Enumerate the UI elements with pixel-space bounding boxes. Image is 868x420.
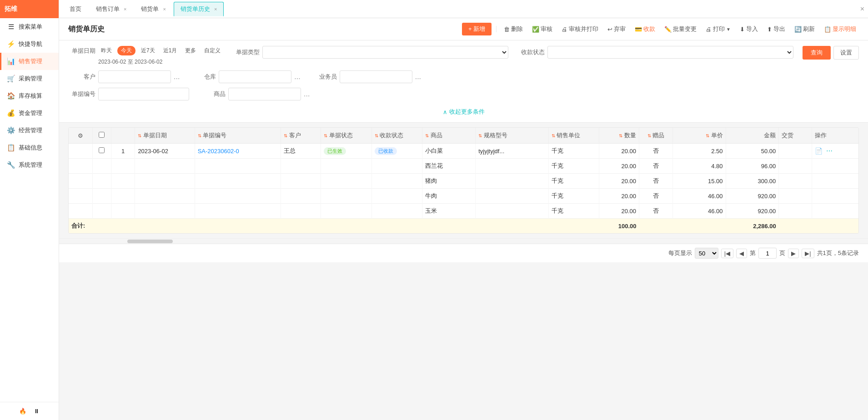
batch-change-button[interactable]: ✏️ 批量变更	[662, 24, 699, 35]
staff-dots[interactable]: ...	[415, 73, 421, 81]
sort-customer-icon: ⇅	[284, 133, 287, 138]
row-checkbox-cell[interactable]	[93, 144, 111, 159]
date-btn-custom[interactable]: 自定义	[201, 46, 223, 55]
col-qty-header[interactable]: ⇅ 数量	[599, 128, 639, 144]
sidebar-item-search[interactable]: ☰ 搜索菜单	[0, 18, 59, 35]
date-btn-today[interactable]: 今天	[117, 46, 135, 55]
filter-row-2: 客户 ... 仓库 ... 业务员 ...	[68, 70, 859, 83]
sidebar-item-inventory[interactable]: 🏠 库存核算	[0, 87, 59, 105]
col-date-header[interactable]: ⇅ 单据日期	[135, 128, 195, 144]
warehouse-dots[interactable]: ...	[294, 73, 300, 81]
warehouse-input[interactable]	[219, 70, 291, 83]
col-gift-header[interactable]: ⇅ 赠品	[639, 128, 673, 144]
tab-sales-history[interactable]: 销货单历史 ×	[174, 2, 224, 16]
fire-icon[interactable]: 🔥	[19, 408, 26, 415]
doc-no-label: 单据编号	[68, 90, 95, 98]
pay-status-select[interactable]	[547, 46, 793, 59]
tab-sales-order[interactable]: 销售订单 ×	[89, 2, 133, 16]
sidebar-item-basic-info[interactable]: 📋 基础信息	[0, 139, 59, 156]
col-spec-header[interactable]: ⇅ 规格型号	[476, 128, 548, 144]
ops-icon: ⚙️	[7, 126, 15, 135]
col-num-header	[111, 128, 135, 144]
customer-input[interactable]	[98, 70, 171, 83]
staff-input[interactable]	[340, 70, 412, 83]
tab-home[interactable]: 首页	[63, 2, 88, 16]
sidebar-bottom: 🔥 ⏸	[0, 402, 59, 420]
col-unit-header[interactable]: ⇅ 销售单位	[548, 128, 599, 144]
goods-input[interactable]	[228, 88, 301, 100]
tab-sales-goods[interactable]: 销货单 ×	[134, 2, 172, 16]
doc-type-label: 单据类型	[232, 48, 260, 56]
col-checkbox-header[interactable]	[93, 128, 111, 144]
per-page-select[interactable]: 50 100 200	[695, 248, 718, 259]
show-detail-button[interactable]: 📋 显示明细	[821, 24, 859, 35]
row-docno[interactable]	[195, 189, 281, 204]
select-all-checkbox[interactable]	[99, 132, 105, 138]
col-price-header[interactable]: ⇅ 单价	[672, 128, 726, 144]
first-page-btn[interactable]: |◀	[721, 249, 733, 258]
row-docstatus	[321, 204, 371, 219]
col-goods-header[interactable]: ⇅ 商品	[422, 128, 476, 144]
row-more-icon[interactable]: ⋯	[826, 147, 833, 155]
delete-button[interactable]: 🗑 删除	[501, 24, 526, 35]
row-docno[interactable]	[195, 159, 281, 174]
row-docno[interactable]	[195, 204, 281, 219]
col-op-header: 操作	[812, 128, 858, 144]
next-page-btn[interactable]: ▶	[788, 249, 799, 258]
new-button[interactable]: + 新增	[462, 23, 492, 35]
doc-type-select[interactable]	[262, 46, 508, 59]
tab-sales-goods-close[interactable]: ×	[163, 6, 166, 12]
date-btn-1month[interactable]: 近1月	[161, 46, 180, 55]
row-view-icon[interactable]: 📄	[815, 147, 823, 155]
doc-no-input[interactable]	[98, 88, 189, 100]
sidebar-item-sys[interactable]: 🔧 系统管理	[0, 156, 59, 174]
sidebar-item-sales[interactable]: 📊 销售管理	[0, 53, 59, 70]
row-trade	[779, 159, 812, 174]
col-paystatus-header[interactable]: ⇅ 收款状态	[371, 128, 422, 144]
row-num	[111, 174, 135, 189]
print-icon: 🖨	[706, 26, 712, 33]
query-button[interactable]: 查询	[803, 46, 831, 60]
row-checkbox-cell[interactable]	[93, 204, 111, 219]
pause-icon[interactable]: ⏸	[34, 408, 40, 415]
row-docno[interactable]	[195, 174, 281, 189]
col-docstatus-header[interactable]: ⇅ 单据状态	[321, 128, 371, 144]
setting-button[interactable]: 设置	[833, 46, 859, 60]
date-btn-yesterday[interactable]: 昨天	[98, 46, 115, 55]
tabs-close-all[interactable]: ×	[860, 5, 864, 13]
page-input[interactable]	[758, 248, 777, 259]
col-customer-header[interactable]: ⇅ 客户	[281, 128, 321, 144]
date-btn-more[interactable]: 更多	[182, 46, 199, 55]
sidebar-item-quick-nav[interactable]: ⚡ 快捷导航	[0, 35, 59, 53]
abandon-button[interactable]: ↩ 弃审	[605, 24, 628, 35]
last-page-btn[interactable]: ▶|	[802, 249, 814, 258]
row-checkbox[interactable]	[99, 147, 105, 153]
row-gift: 否	[639, 159, 673, 174]
review-button[interactable]: ✅ 审核	[529, 24, 555, 35]
tab-sales-history-close[interactable]: ×	[214, 6, 217, 12]
sidebar-item-purchase[interactable]: 🛒 采购管理	[0, 70, 59, 87]
review-print-button[interactable]: 🖨 审核并打印	[559, 24, 601, 35]
collect-button[interactable]: 💳 收款	[632, 24, 658, 35]
sidebar-item-ops[interactable]: ⚙️ 经营管理	[0, 122, 59, 139]
export-button[interactable]: ⬆ 导出	[764, 24, 788, 35]
col-gear-header[interactable]: ⚙	[69, 128, 93, 144]
scrollbar-thumb[interactable]	[127, 240, 173, 243]
collapse-btn[interactable]: ∧ 收起更多条件	[443, 106, 485, 118]
customer-dots[interactable]: ...	[174, 73, 180, 81]
col-docno-header[interactable]: ⇅ 单据编号	[195, 128, 281, 144]
prev-page-btn[interactable]: ◀	[736, 249, 747, 258]
import-button[interactable]: ⬇ 导入	[737, 24, 761, 35]
row-docno[interactable]: SA-20230602-0	[195, 144, 281, 159]
refresh-button[interactable]: 🔄 刷新	[792, 24, 818, 35]
print-button[interactable]: 🖨 打印 ▼	[703, 24, 733, 35]
row-checkbox-cell[interactable]	[93, 174, 111, 189]
sidebar-item-label: 快捷导航	[19, 40, 42, 48]
row-checkbox-cell[interactable]	[93, 189, 111, 204]
sidebar-item-finance[interactable]: 💰 资金管理	[0, 105, 59, 122]
goods-dots[interactable]: ...	[304, 90, 310, 98]
tab-sales-order-close[interactable]: ×	[124, 6, 126, 12]
horizontal-scrollbar[interactable]	[59, 238, 868, 244]
date-btn-7days[interactable]: 近7天	[138, 46, 158, 55]
row-checkbox-cell[interactable]	[93, 159, 111, 174]
